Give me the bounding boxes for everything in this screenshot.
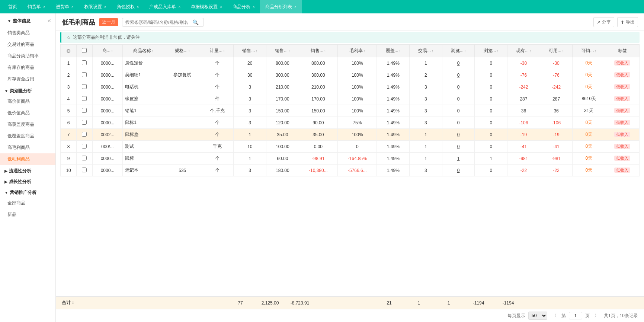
close-icon[interactable]: × — [104, 5, 106, 9]
col-available[interactable]: 可用...↕ — [540, 45, 573, 57]
sidebar-item-high-value[interactable]: 高价值商品 — [0, 96, 55, 107]
col-spec[interactable]: 规格...↕ — [164, 45, 201, 57]
sidebar-group-growth[interactable]: ▶ 成长性分析 — [0, 176, 55, 186]
sidebar-item-traded-products[interactable]: 交易过的商品 — [0, 39, 55, 50]
row-checkbox[interactable] — [82, 120, 87, 125]
browse1-link[interactable]: 0 — [457, 61, 460, 66]
sidebar-collapse-button[interactable]: « — [46, 16, 52, 25]
cell-checkbox[interactable] — [77, 93, 93, 105]
cell-checkbox[interactable] — [77, 141, 93, 153]
col-sales-qty[interactable]: 销售...↕ — [234, 45, 266, 57]
row-checkbox[interactable] — [82, 72, 87, 77]
browse1-link[interactable]: 0 — [457, 168, 460, 173]
browse1-link[interactable]: 0 — [457, 85, 460, 90]
row-checkbox[interactable] — [82, 144, 87, 149]
col-tag[interactable]: 标签 — [605, 45, 640, 57]
sidebar-group-circulation[interactable]: ▶ 流通性分析 — [0, 165, 55, 176]
sidebar-item-sales-products[interactable]: 销售类商品 — [0, 27, 55, 39]
close-icon[interactable]: × — [253, 5, 255, 9]
nav-product-entry[interactable]: 产成品入库单 × — [144, 0, 186, 13]
close-icon[interactable]: × — [220, 5, 222, 9]
select-all-checkbox[interactable] — [82, 48, 87, 53]
nav-product-analysis[interactable]: 商品分析 × — [227, 0, 260, 13]
col-gross-margin[interactable]: 毛利率↕ — [338, 45, 377, 57]
search-input[interactable] — [125, 20, 192, 25]
cell-checkbox[interactable] — [77, 57, 93, 69]
cell-checkbox[interactable] — [77, 69, 93, 81]
nav-purchase-order[interactable]: 进货单 × — [51, 0, 79, 13]
sidebar-group-marketing[interactable]: ▼ 营销推广分析 — [0, 186, 55, 197]
nav-template-settings[interactable]: 单据模板设置 × — [186, 0, 227, 13]
col-sales-amount[interactable]: 销售...↕ — [299, 45, 337, 57]
browse1-link[interactable]: 1 — [457, 156, 460, 161]
row-checkbox[interactable] — [82, 96, 87, 101]
cell-browse1[interactable]: 0 — [442, 165, 475, 176]
sidebar-item-in-stock[interactable]: 有库存的商品 — [0, 62, 55, 73]
sidebar-item-low-value[interactable]: 低价值商品 — [0, 107, 55, 119]
cell-name[interactable]: 测试 — [123, 141, 164, 153]
page-size-select[interactable]: 50 100 — [528, 312, 547, 320]
cell-name[interactable]: 笔记本 — [123, 165, 164, 176]
cell-name[interactable]: 吴细细1 — [123, 69, 164, 81]
row-checkbox[interactable] — [82, 60, 87, 65]
cell-checkbox[interactable] — [77, 105, 93, 117]
col-current-stock[interactable]: 现有...↕ — [507, 45, 540, 57]
cell-browse1[interactable]: 0 — [442, 117, 475, 129]
sidebar-item-new-products[interactable]: 新品 — [0, 209, 55, 220]
col-checkbox-all[interactable] — [77, 45, 93, 57]
sidebar-item-low-coverage[interactable]: 低覆盖度商品 — [0, 130, 55, 142]
cell-browse1[interactable]: 0 — [442, 105, 475, 117]
sidebar-group-overall[interactable]: ▼ 整体信息 — [3, 15, 35, 26]
sidebar-group-category-analysis[interactable]: ▼ 类别量分析 — [0, 85, 55, 96]
cell-name[interactable]: 鼠标垫 — [123, 129, 164, 141]
cell-checkbox[interactable] — [77, 165, 93, 176]
settings-icon[interactable]: ⚙ — [66, 48, 71, 54]
sidebar-item-category-sales-rate[interactable]: 商品分类助销率 — [0, 50, 55, 62]
cell-name[interactable]: 鼠标 — [123, 153, 164, 165]
sidebar-item-low-margin[interactable]: 低毛利商品 — [0, 153, 55, 165]
col-unit[interactable]: 计量...↕ — [201, 45, 234, 57]
browse1-link[interactable]: 0 — [457, 96, 460, 102]
share-button[interactable]: ↗ 分享 — [593, 17, 614, 27]
cell-checkbox[interactable] — [77, 129, 93, 141]
row-checkbox[interactable] — [82, 132, 87, 137]
cell-browse1[interactable]: 1 — [442, 153, 475, 165]
browse1-link[interactable]: 0 — [457, 108, 460, 114]
browse1-link[interactable]: 0 — [457, 120, 460, 125]
export-button[interactable]: ⬆ 导出 — [617, 17, 638, 27]
next-page-button[interactable]: 〉 — [593, 312, 601, 320]
close-icon[interactable]: × — [137, 5, 139, 9]
nav-sales-order[interactable]: 销货单 × — [22, 0, 51, 13]
close-icon[interactable]: × — [294, 5, 297, 9]
page-number-input[interactable] — [569, 312, 582, 319]
col-code[interactable]: 商...↕ — [92, 45, 122, 57]
row-checkbox[interactable] — [82, 84, 87, 89]
close-icon[interactable]: × — [43, 5, 45, 9]
col-sellable[interactable]: 可销...↕ — [573, 45, 605, 57]
col-name[interactable]: 商品名称↕ — [123, 45, 164, 57]
sidebar-item-high-coverage[interactable]: 高覆盖度商品 — [0, 119, 55, 130]
nav-product-analysis-list[interactable]: 商品分析列表 × — [260, 0, 302, 13]
col-coverage[interactable]: 覆盖...↕ — [377, 45, 410, 57]
cell-browse1[interactable]: 0 — [442, 129, 475, 141]
row-checkbox[interactable] — [82, 168, 87, 172]
cell-browse1[interactable]: 0 — [442, 57, 475, 69]
col-settings[interactable]: ⚙ — [61, 45, 77, 57]
nav-home[interactable]: 首页 — [3, 0, 22, 13]
search-icon[interactable]: 🔍 — [192, 19, 199, 25]
cell-browse1[interactable]: 0 — [442, 141, 475, 153]
cell-name[interactable]: 铅笔1 — [123, 105, 164, 117]
col-transactions[interactable]: 交易...↕ — [410, 45, 442, 57]
col-sales-price[interactable]: 销售...↕ — [266, 45, 299, 57]
cell-browse1[interactable]: 0 — [442, 81, 475, 93]
browse1-link[interactable]: 0 — [457, 73, 460, 78]
row-checkbox[interactable] — [82, 108, 87, 113]
cell-name[interactable]: 橡皮擦 — [123, 93, 164, 105]
sidebar-item-high-margin[interactable]: 高毛利商品 — [0, 142, 55, 153]
cell-browse1[interactable]: 0 — [442, 93, 475, 105]
close-icon[interactable]: × — [178, 5, 180, 9]
cell-checkbox[interactable] — [77, 153, 93, 165]
sidebar-item-all-products[interactable]: 全部商品 — [0, 197, 55, 209]
col-browse1[interactable]: 浏览...↕ — [442, 45, 475, 57]
nav-permission-settings[interactable]: 权限设置 × — [79, 0, 112, 13]
